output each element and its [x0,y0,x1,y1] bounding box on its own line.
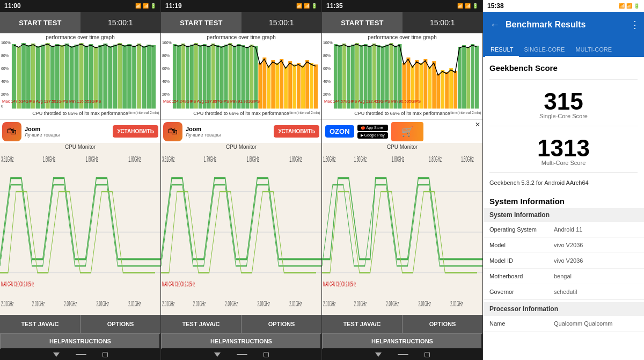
options-button-2[interactable]: OPTIONS [241,315,321,333]
back-nav-icon-1 [53,352,60,357]
svg-text:40%: 40% [1,80,9,83]
home-nav-icon-3 [398,354,408,355]
svg-text:3.61GHz: 3.61GHz [162,155,175,163]
ad-title-2: Joom [186,126,274,132]
svg-rect-85 [297,63,301,109]
svg-text:3.61GHz: 3.61GHz [1,155,14,163]
test-java-button-2[interactable]: TEST JAVA/C [161,315,241,333]
svg-text:1.80GHz: 1.80GHz [392,155,405,163]
svg-text:40%: 40% [162,80,170,83]
cpu-graph-area-3: 1.80GHz 1.80GHz 1.80GHz 1.80GHz 1.80GHz … [322,151,482,313]
geekbench-version: Geekbench 5.3.2 for Android AArch64 [483,177,644,190]
timer-display-2: 15:00:1 [241,12,322,33]
bottom-row-1-panel1: TEST JAVA/C OPTIONS [0,315,160,333]
svg-rect-140 [462,45,466,109]
sys-key-3: Motherboard [489,273,554,279]
svg-rect-78 [267,66,270,109]
phone-panel-3: 11:35 📶 📶 🔋 START TEST 15:00:1 performan… [322,0,483,360]
bench-content: Geekbench Score 315 Single-Core Score 13… [483,57,644,360]
svg-text:80%: 80% [1,54,9,57]
ad-sub-2: Лучшие товары [186,132,274,138]
start-test-button-2[interactable]: START TEST [161,12,241,33]
svg-text:MAX CPU CLOCK:2.015Hz: MAX CPU CLOCK:2.015Hz [1,280,34,287]
recents-nav-icon-2 [264,352,269,357]
divider-2 [489,126,638,126]
perf-stats-1: Max 147,534GIPS Avg 137,501GIPS Min 116,… [2,99,101,104]
app-store-btn[interactable]: 🍎 App Store [357,125,388,131]
tab-single-core[interactable]: SINGLE-CORE [519,43,570,57]
top-actions-1: START TEST 15:00:1 [0,12,160,33]
back-nav-icon-3 [375,352,382,357]
help-button-2[interactable]: HELP/INSTRUCTIONS [161,333,321,349]
svg-rect-89 [314,64,318,109]
help-button-3[interactable]: HELP/INSTRUCTIONS [322,333,482,349]
play-icon: ▶ [361,133,363,138]
nav-indicator-2 [161,349,321,360]
svg-rect-31 [132,46,136,109]
cpu-graph-area-1: 3.61GHz 1.80GHz 1.80GHz 1.80GHz 2.01GHz … [0,151,160,313]
svg-text:2.01GHz: 2.01GHz [96,299,109,308]
ad-banner-1: 🛍 Joom Лучшие товары УСТАНОВИТЬ [0,119,160,143]
bench-wifi-icon: 📶 [619,3,625,9]
sys-row-4: Governor schedutil [483,284,644,300]
svg-text:1.80GHz: 1.80GHz [85,155,98,163]
ad-banner-2: 🛍 Joom Лучшие товары УСТАНОВИТЬ [161,119,321,143]
perf-stats-2: Max 154,248GIPS Avg 137,897GIPS Min 91,9… [163,99,260,104]
ad-sub-1: Лучшие товары [25,132,113,138]
tab-multi-core[interactable]: MULTI-CORE [570,43,617,57]
top-actions-3: START TEST 15:00:1 [322,12,482,33]
wifi-icon-1: 📶 [135,3,141,9]
status-time-1: 11:00 [4,2,21,10]
test-java-button-1[interactable]: TEST JAVA/C [0,315,80,333]
proc-row-0: Name Qualcomm Qualcomm [483,316,644,332]
google-play-label: Google Play [364,133,385,137]
multi-core-score-block: 1313 Multi-Core Score [483,131,644,168]
svg-rect-132 [428,67,431,109]
svg-text:2.01GHz: 2.01GHz [450,299,463,308]
svg-rect-83 [288,61,292,109]
sys-val-4: schedutil [554,289,638,295]
cpu-svg-1: 3.61GHz 1.80GHz 1.80GHz 1.80GHz 2.01GHz … [0,151,160,313]
top-actions-2: START TEST 15:00:1 [161,12,321,33]
ad-install-button-2[interactable]: УСТАНОВИТЬ [274,125,319,138]
bottom-row-1-panel2: TEST JAVA/C OPTIONS [161,315,321,333]
svg-rect-142 [471,44,474,109]
sys-val-2: vivo V2036 [554,257,638,264]
bench-status-time: 15:38 [487,2,504,10]
bench-back-button[interactable]: ← [487,17,502,32]
ad-close-button[interactable]: ✕ [475,121,480,128]
svg-rect-82 [284,67,288,109]
cpu-monitor-label-1: CPU Monitor [0,143,160,151]
svg-text:1.80GHz: 1.80GHz [323,155,336,163]
tab-result[interactable]: RESULT [485,43,519,57]
perf-graph-label-2: performance over time graph [161,34,321,40]
svg-text:60%: 60% [1,67,9,70]
svg-text:2.01GHz: 2.01GHz [418,299,431,308]
options-button-3[interactable]: OPTIONS [402,315,482,333]
proc-val-0: Qualcomm Qualcomm [554,320,638,327]
svg-text:2.01GHz: 2.01GHz [257,299,270,308]
ad-install-button-1[interactable]: УСТАНОВИТЬ [113,125,158,138]
cpu-graph-area-2: 3.61GHz 1.79GHz 1.80GHz 1.80GHz 2.01GHz … [161,151,321,313]
start-test-button-3[interactable]: START TEST [322,12,402,33]
svg-text:2.01GHz: 2.01GHz [1,299,14,308]
test-java-button-3[interactable]: TEST JAVA/C [322,315,402,333]
svg-rect-80 [275,63,279,109]
cpu-monitor-1: CPU Monitor 3.61GHz 1.80GHz 1.80GHz 1.8 [0,143,160,315]
phone-panel-2: 11:19 📶 📶 🔋 START TEST 15:00:1 performan… [161,0,322,360]
svg-text:1.80GHz: 1.80GHz [43,155,56,163]
options-button-1[interactable]: OPTIONS [80,315,160,333]
recents-nav-icon-1 [103,352,108,357]
svg-text:2.01GHz: 2.01GHz [128,299,141,308]
bench-menu-button[interactable]: ⋮ [630,19,640,31]
ozon-ad-banner: OZON 🍎 App Store ▶ Google Play 🛒 ✕ [322,119,482,143]
svg-rect-35 [151,45,156,109]
google-play-btn[interactable]: ▶ Google Play [357,132,388,139]
perf-graph-label-3: performance over time graph [322,34,482,40]
benchmark-panel: 15:38 📶 📶 🔋 ← Benchmark Results ⋮ RESULT… [483,0,644,360]
system-info-title: System Information [483,190,644,208]
svg-rect-32 [137,44,141,109]
help-button-1[interactable]: HELP/INSTRUCTIONS [0,333,160,349]
start-test-button-1[interactable]: START TEST [0,12,80,33]
nav-indicator-1 [0,349,160,360]
